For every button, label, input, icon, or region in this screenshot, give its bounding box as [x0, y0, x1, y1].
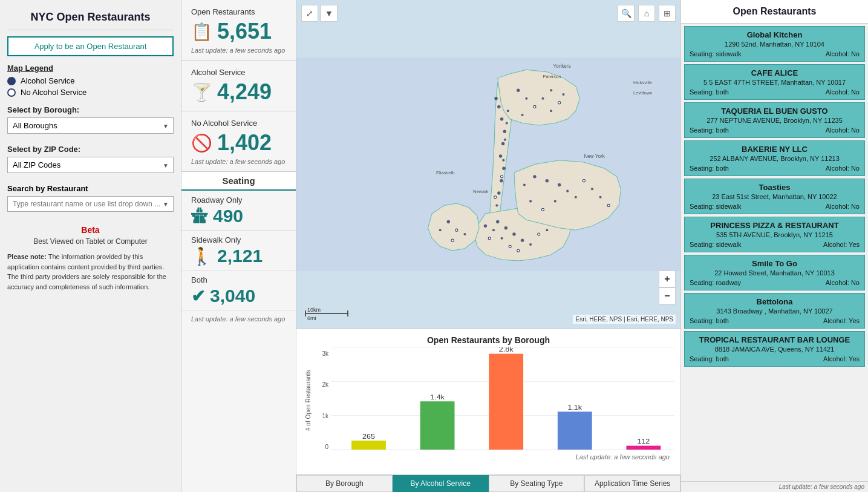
zoom-in-button[interactable]: + [659, 271, 676, 287]
stats-area: Open Restaurants 📋 5,651 Last update: a … [181, 0, 296, 492]
svg-text:Levittown: Levittown [633, 90, 653, 96]
restaurant-seating: Seating: both [690, 88, 729, 96]
open-restaurants-icon: 📋 [191, 22, 212, 42]
legend-alcohol-label: Alcohol Service [21, 76, 75, 85]
seating-section: Seating Roadway Only 🛣 490 Sidewalk Only… [181, 172, 296, 325]
open-restaurants-update: Last update: a few seconds ago [191, 47, 286, 54]
chart-container: # of Open Restaurants 3k 2k 1k 0 [302, 347, 674, 453]
map-home-button[interactable]: ⌂ [638, 5, 655, 22]
svg-point-7 [500, 179, 503, 182]
map-dropdown-button[interactable]: ▼ [321, 5, 338, 22]
y-axis-ticks: 3k 2k 1k 0 [314, 347, 331, 453]
tab-time-series[interactable]: Application Time Series [584, 475, 680, 492]
alcohol-service-value: 🍸 4,249 [191, 79, 286, 105]
restaurant-details: Seating: roadway Alcohol: No [690, 279, 860, 286]
restaurant-address: 8818 JAMAICA AVE, Queens, NY 11421 [690, 346, 860, 353]
open-restaurants-label: Open Restaurants [191, 7, 286, 16]
restaurant-card[interactable]: TAQUERIA EL BUEN GUSTO 277 NEPTUNE AVENU… [684, 102, 865, 138]
no-alcohol-value: 🚫 1,402 [191, 130, 286, 156]
svg-rect-79 [558, 412, 592, 450]
svg-rect-77 [489, 354, 523, 450]
svg-point-5 [499, 154, 502, 157]
zip-select[interactable]: All ZIP Codes [7, 157, 174, 173]
restaurant-card[interactable]: Bettolona 3143 Broadway , Manhattan, NY … [684, 293, 865, 329]
map-scale: 10km 6mi [302, 304, 351, 324]
zip-select-wrapper[interactable]: All ZIP Codes [7, 157, 174, 173]
restaurant-alcohol: Alcohol: No [826, 203, 860, 210]
map-search-button[interactable]: 🔍 [618, 5, 635, 22]
svg-text:Hicksville: Hicksville [633, 80, 652, 85]
svg-point-39 [591, 188, 593, 190]
svg-text:265: 265 [362, 432, 375, 441]
restaurant-seating: Seating: both [690, 355, 729, 362]
restaurant-card[interactable]: Toasties 23 East 51st Street, Manhattan,… [684, 179, 865, 214]
restaurant-address: 23 East 51st Street, Manhattan, NY 10022 [690, 193, 860, 200]
restaurant-alcohol: Alcohol: Yes [823, 355, 860, 362]
apply-button[interactable]: Apply to be an Open Restaurant [7, 36, 174, 56]
svg-point-3 [503, 130, 506, 133]
chart-update: Last update: a few seconds ago [302, 453, 674, 461]
sidewalk-icon: 🚶 [191, 246, 212, 266]
svg-point-13 [502, 159, 504, 162]
sidewalk-stat: Sidewalk Only 🚶 2,121 [181, 231, 296, 271]
beta-label: Beta [7, 225, 174, 235]
open-restaurants-stat: Open Restaurants 📋 5,651 Last update: a … [181, 0, 296, 61]
restaurant-card[interactable]: PRINCESS PIZZA & RESTAURANT 535 5TH AVEN… [684, 217, 865, 252]
map-chart-area: Yonkers Paterson Hicksville Newark New Y… [296, 0, 680, 492]
restaurant-details: Seating: sidewalk Alcohol: Yes [690, 241, 860, 248]
svg-point-9 [494, 97, 497, 100]
svg-point-54 [463, 233, 466, 235]
restaurant-alcohol: Alcohol: Yes [823, 241, 860, 248]
restaurant-card[interactable]: Global Kitchen 1290 52nd, Manhattan, NY … [684, 26, 865, 62]
sidewalk-value: 🚶 2,121 [191, 246, 286, 266]
map-expand-button[interactable]: ⤢ [301, 5, 318, 22]
legend-item-alcohol: Alcohol Service [7, 76, 174, 85]
svg-text:Newark: Newark [473, 189, 489, 194]
svg-point-16 [495, 204, 498, 206]
restaurant-details: Seating: both Alcohol: No [690, 126, 860, 134]
svg-point-56 [451, 239, 454, 241]
svg-point-41 [607, 204, 610, 206]
restaurant-card[interactable]: TROPICAL RESTAURANT BAR LOUNGE 8818 JAMA… [684, 331, 865, 367]
restaurant-card[interactable]: Smile To Go 22 Howard Street, Manhattan,… [684, 255, 865, 290]
chart-title: Open Restaurants by Borough [302, 335, 674, 345]
restaurant-seating: Seating: sidewalk [690, 50, 742, 57]
svg-point-33 [566, 190, 569, 192]
svg-point-20 [521, 238, 524, 241]
svg-text:Elizabeth: Elizabeth [436, 170, 455, 175]
tab-by-borough[interactable]: By Borough [296, 475, 393, 492]
map-layers-button[interactable]: ⊞ [659, 5, 676, 22]
svg-text:Yonkers: Yonkers [553, 64, 570, 69]
borough-select-wrapper[interactable]: All Boroughs [7, 117, 174, 134]
zoom-out-button[interactable]: − [659, 287, 676, 304]
svg-point-43 [517, 89, 520, 92]
restaurant-address: 1290 52nd, Manhattan, NY 10104 [690, 41, 860, 48]
restaurant-alcohol: Alcohol: No [826, 126, 860, 134]
svg-point-12 [504, 139, 506, 141]
svg-point-26 [538, 233, 540, 235]
svg-text:Paterson: Paterson [543, 74, 561, 79]
seating-update: Last update: a few seconds ago [181, 313, 296, 325]
both-value: ✔ 3,040 [191, 286, 286, 306]
svg-point-52 [447, 220, 450, 223]
restaurant-name: PRINCESS PIZZA & RESTAURANT [690, 221, 860, 230]
tab-by-seating[interactable]: By Seating Type [489, 475, 585, 492]
tab-by-alcohol[interactable]: By Alcohol Service [393, 475, 489, 492]
restaurant-seating: Seating: roadway [690, 279, 741, 286]
search-input[interactable] [7, 196, 174, 212]
svg-text:6mi: 6mi [307, 315, 316, 321]
svg-point-28 [484, 225, 487, 228]
borough-select[interactable]: All Boroughs [7, 117, 174, 134]
search-wrapper[interactable] [7, 196, 174, 212]
map-area[interactable]: Yonkers Paterson Hicksville Newark New Y… [296, 0, 680, 329]
svg-point-17 [496, 220, 499, 223]
alcohol-dot-icon [7, 77, 16, 85]
svg-point-40 [599, 196, 602, 198]
svg-text:10km: 10km [307, 307, 321, 313]
svg-point-45 [534, 105, 536, 108]
note-text: Please note: The information provided by… [7, 252, 174, 292]
restaurant-card[interactable]: BAKERIE NY LLC 252 ALBANY AVENUE, Brookl… [684, 140, 865, 176]
zip-filter-label: Select by ZIP Code: [7, 145, 174, 154]
restaurant-card[interactable]: CAFE ALICE 5 5 EAST 47TH STREET, Manhatt… [684, 64, 865, 100]
svg-point-8 [497, 191, 500, 194]
